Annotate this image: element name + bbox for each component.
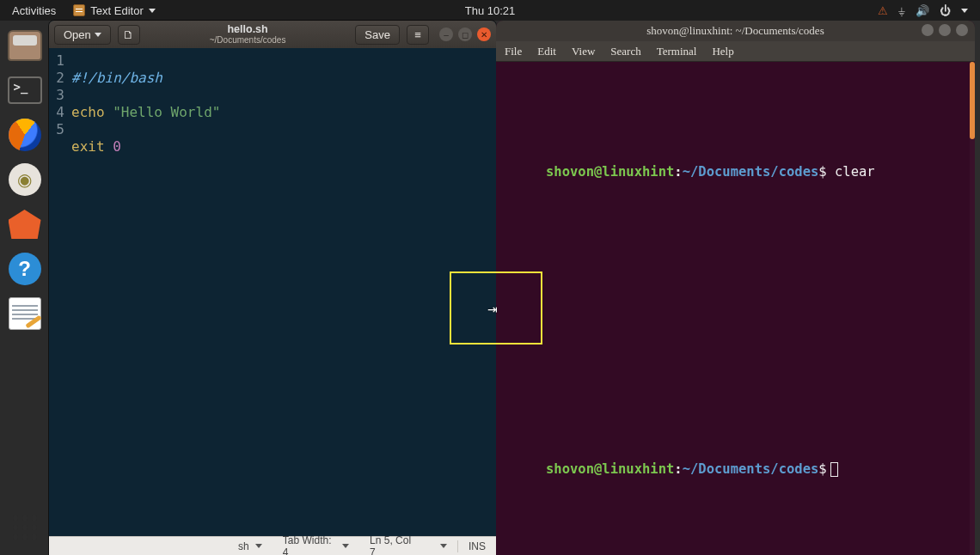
menu-edit[interactable]: Edit (537, 45, 556, 58)
line-number: 1 (49, 52, 64, 70)
dock-help[interactable]: ? (7, 251, 43, 287)
dock: ◉ ? (0, 21, 49, 555)
activities-button[interactable]: Activities (0, 4, 68, 17)
prompt-path: ~/Documents/codes (683, 461, 819, 477)
new-document-icon: 🗋 (123, 28, 134, 41)
prompt-symbol: $ (818, 164, 826, 180)
new-tab-button[interactable]: 🗋 (118, 25, 140, 45)
line-number: 4 (49, 104, 64, 121)
gedit-statusbar: sh Tab Width: 4 Ln 5, Col 7 INS (49, 536, 496, 555)
terminal-cursor (830, 462, 838, 477)
clock[interactable]: Thu 10:21 (465, 4, 516, 17)
open-button[interactable]: Open (54, 25, 111, 45)
code-string: "Hello World" (113, 104, 220, 120)
gnome-top-bar: Activities Text Editor Thu 10:21 ⚠ ⏚ 🔊 ⏻ (0, 0, 980, 21)
close-button[interactable]: ✕ (477, 27, 491, 41)
software-center-icon (9, 210, 41, 239)
network-icon: ⏚ (898, 4, 905, 17)
text-editor-icon (9, 297, 41, 330)
code-keyword: echo (71, 104, 105, 120)
gedit-window: Open 🗋 hello.sh ~/Documents/codes Save ≡… (49, 21, 496, 555)
window-controls: – ◻ ✕ (439, 27, 491, 41)
menu-search[interactable]: Search (610, 45, 640, 58)
dock-rhythmbox[interactable]: ◉ (7, 162, 43, 198)
code-number: 0 (113, 138, 121, 155)
close-button[interactable] (956, 24, 968, 36)
prompt-sep: : (674, 461, 682, 477)
code-keyword: exit (71, 138, 105, 155)
menu-terminal[interactable]: Terminal (657, 45, 697, 58)
prompt-symbol: $ (818, 461, 826, 477)
volume-icon: 🔊 (916, 4, 929, 17)
code-content[interactable]: #!/bin/bash echo "Hello World" exit 0 (68, 48, 496, 536)
minimize-button[interactable] (922, 24, 934, 36)
editor-area[interactable]: 1 2 3 4 5 #!/bin/bash echo "Hello World"… (49, 48, 496, 536)
prompt-sep: : (674, 164, 682, 180)
maximize-button[interactable] (939, 24, 951, 36)
terminal-title: shovon@linuxhint: ~/Documents/codes (646, 24, 824, 38)
chevron-down-icon (95, 33, 101, 37)
resize-cursor-icon: ⇥ (487, 302, 498, 316)
gedit-headerbar: Open 🗋 hello.sh ~/Documents/codes Save ≡… (49, 21, 496, 48)
rhythmbox-icon: ◉ (9, 163, 41, 196)
files-icon (8, 30, 42, 61)
terminal-titlebar: shovon@linuxhint: ~/Documents/codes (496, 21, 975, 41)
open-label: Open (64, 28, 91, 41)
menu-view[interactable]: View (572, 45, 595, 58)
hamburger-icon: ≡ (414, 28, 421, 41)
language-selector[interactable]: sh (228, 540, 273, 552)
cursor-position: Ln 5, Col 7 (359, 534, 427, 556)
show-applications-button[interactable] (9, 512, 40, 543)
help-icon: ? (9, 253, 41, 285)
terminal-window: shovon@linuxhint: ~/Documents/codes File… (496, 21, 975, 555)
warning-icon: ⚠ (878, 4, 888, 17)
menu-help[interactable]: Help (712, 45, 733, 58)
save-button[interactable]: Save (355, 25, 400, 45)
terminal-menubar: File Edit View Search Terminal Help (496, 41, 975, 62)
dock-firefox[interactable] (7, 117, 43, 153)
document-title: hello.sh (147, 24, 349, 36)
line-number-gutter: 1 2 3 4 5 (49, 48, 68, 536)
prompt-path: ~/Documents/codes (683, 164, 819, 180)
app-menu-label: Text Editor (90, 4, 143, 17)
system-tray[interactable]: ⚠ ⏚ 🔊 ⏻ (878, 4, 980, 17)
line-number: 2 (49, 70, 64, 87)
document-path: ~/Documents/codes (147, 35, 349, 45)
hamburger-menu-button[interactable]: ≡ (407, 25, 429, 45)
chevron-down-icon (961, 9, 968, 13)
firefox-icon (9, 119, 41, 151)
statusbar-menu[interactable] (427, 544, 457, 548)
tab-width-selector[interactable]: Tab Width: 4 (273, 534, 359, 556)
app-menu[interactable]: Text Editor (68, 4, 160, 17)
terminal-icon (8, 76, 42, 104)
dock-software[interactable] (7, 206, 43, 242)
insert-mode[interactable]: INS (457, 540, 496, 552)
line-number: 5 (49, 121, 64, 138)
chevron-down-icon (149, 9, 156, 13)
code-shebang: #!/bin/bash (71, 70, 162, 86)
dock-text-editor[interactable] (7, 296, 43, 332)
line-number: 3 (49, 87, 64, 104)
minimize-button[interactable]: – (439, 27, 453, 41)
terminal-command: clear (835, 164, 875, 180)
menu-file[interactable]: File (505, 45, 522, 58)
prompt-user: shovon@linuxhint (546, 461, 674, 477)
dock-files[interactable] (7, 27, 43, 64)
terminal-scrollbar[interactable] (970, 62, 975, 555)
dock-terminal[interactable] (7, 72, 43, 108)
prompt-user: shovon@linuxhint (546, 164, 674, 180)
scrollbar-thumb[interactable] (970, 62, 975, 139)
terminal-body[interactable]: shovon@linuxhint:~/Documents/codes$ clea… (496, 62, 970, 555)
maximize-button[interactable]: ◻ (458, 27, 472, 41)
gedit-title-area: hello.sh ~/Documents/codes (147, 24, 349, 46)
power-icon: ⏻ (940, 4, 951, 17)
text-editor-icon (73, 4, 85, 16)
